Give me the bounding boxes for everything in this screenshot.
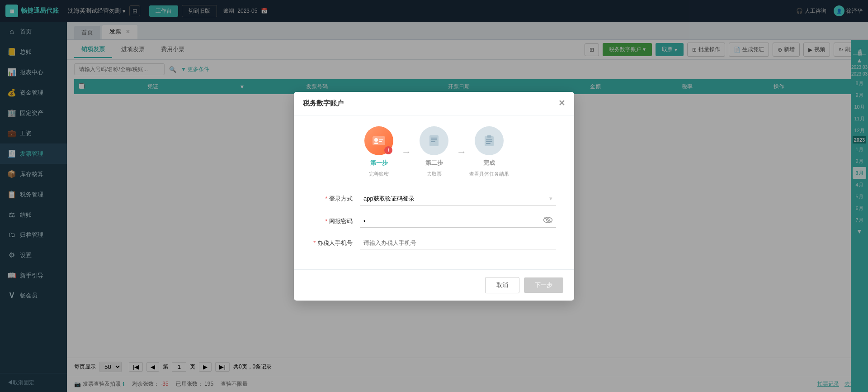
dialog-close-button[interactable]: ✕ (558, 99, 565, 107)
step-2-label: 第二步 (425, 159, 443, 167)
step-1: ! 第一步 完善账密 (356, 126, 401, 177)
dialog-footer: 取消 下一步 (294, 269, 574, 301)
dialog-overlay: 税务数字账户 ✕ ! (0, 0, 868, 392)
next-button[interactable]: 下一步 (524, 277, 563, 293)
login-method-label: * 登录方式 (312, 195, 353, 203)
svg-rect-12 (486, 141, 492, 142)
dialog-header: 税务数字账户 ✕ (294, 92, 574, 115)
tax-digital-dialog: 税务数字账户 ✕ ! (294, 92, 574, 301)
step-3-icon (475, 126, 504, 155)
form-row-password: * 网报密码 (312, 215, 556, 228)
svg-rect-3 (379, 139, 383, 140)
step-2: 第二步 去取票 (411, 126, 457, 177)
form-row-phone: * 办税人手机号 (312, 237, 556, 249)
step-2-icon (420, 126, 448, 155)
step-1-label: 第一步 (370, 159, 388, 167)
step-1-icon: ! (364, 126, 393, 155)
password-input[interactable] (360, 215, 556, 227)
svg-rect-8 (431, 141, 435, 142)
password-label: * 网报密码 (312, 217, 353, 225)
svg-rect-11 (486, 139, 492, 140)
login-method-select[interactable]: app获取验证码登录 ▾ (360, 192, 556, 206)
step-3: 完成 查看具体任务结果 (467, 126, 512, 177)
dialog-body: ! 第一步 完善账密 → (294, 115, 574, 269)
clipboard-icon (482, 134, 496, 148)
arrow-2: → (457, 137, 467, 158)
svg-rect-4 (379, 141, 382, 142)
step-1-badge: ! (384, 146, 392, 154)
step-3-label: 完成 (483, 159, 495, 167)
svg-rect-7 (431, 139, 437, 140)
svg-rect-6 (431, 138, 437, 139)
phone-input[interactable] (360, 237, 556, 249)
step-2-desc: 去取票 (427, 171, 442, 177)
step-1-desc: 完善账密 (369, 171, 389, 177)
cancel-button[interactable]: 取消 (485, 277, 519, 293)
svg-rect-5 (429, 135, 439, 146)
password-wrap (360, 215, 556, 228)
phone-label: * 办税人手机号 (312, 239, 353, 247)
svg-rect-10 (487, 135, 491, 138)
svg-rect-13 (486, 143, 491, 144)
steps-indicator: ! 第一步 完善账密 → (312, 126, 556, 177)
invoice-icon (427, 134, 441, 148)
arrow-1: → (401, 137, 411, 158)
person-card-icon (372, 134, 386, 148)
form-row-login-method: * 登录方式 app获取验证码登录 ▾ (312, 192, 556, 206)
svg-rect-2 (374, 143, 378, 144)
svg-rect-0 (373, 136, 385, 145)
step-3-desc: 查看具体任务结果 (469, 171, 509, 177)
svg-point-1 (374, 138, 378, 142)
chevron-down-icon: ▾ (549, 195, 552, 202)
dialog-title: 税务数字账户 (303, 99, 344, 108)
eye-icon[interactable] (543, 217, 552, 225)
